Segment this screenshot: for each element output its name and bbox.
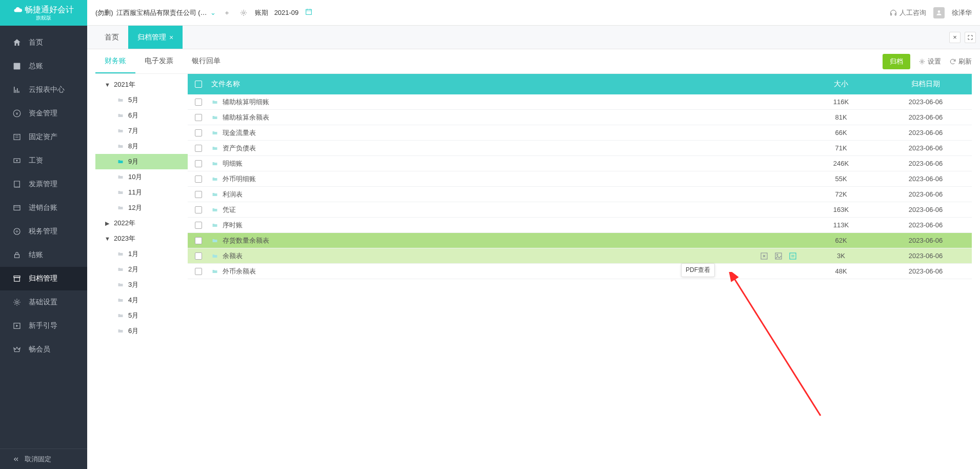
table-row[interactable]: 序时账 113K 2023-06-06 [188,218,972,233]
settings-link[interactable]: 设置 [918,57,941,66]
image-export-icon[interactable] [774,251,783,261]
refresh-link[interactable]: 刷新 [949,57,972,66]
svg-rect-9 [14,278,20,282]
sidebar-item-home[interactable]: 首页 [0,31,87,54]
tree-label: 6月 [128,326,138,336]
row-checkbox[interactable] [195,99,202,106]
tree-month[interactable]: 5月 [95,308,188,323]
help-link[interactable]: 人工咨询 [889,8,926,17]
table-row[interactable]: 资产负债表 71K 2023-06-06 [188,141,972,156]
close-tab-button[interactable]: × [949,32,961,43]
tab-archive[interactable]: 归档管理 × [128,26,183,49]
tree-month[interactable]: 5月 [95,92,188,108]
row-checkbox[interactable] [195,114,202,121]
table-body: 辅助核算明细账 116K 2023-06-06 辅助核算余额表 81K 2023… [188,94,972,279]
sidebar-item-reports[interactable]: 云报表中心 [0,78,87,102]
avatar[interactable] [933,7,945,18]
tree-month[interactable]: 11月 [95,185,188,200]
sidebar-item-ledger[interactable]: 总账 [0,54,87,78]
sidebar-item-archive[interactable]: 归档管理 [0,267,87,290]
row-checkbox[interactable] [195,191,202,198]
file-size: 81K [803,113,879,121]
tree-month[interactable]: 6月 [95,108,188,123]
tree-month[interactable]: 10月 [95,169,188,185]
excel-export-icon[interactable] [759,251,769,261]
sidebar: 畅捷通好会计 旗舰版 首页 总账 云报表中心 ¥资金管理 固定资产 工资 发票管… [0,0,87,469]
row-checkbox[interactable] [195,237,202,244]
sidebar-item-assets[interactable]: 固定资产 [0,125,87,149]
table-row[interactable]: 现金流量表 66K 2023-06-06 [188,125,972,141]
archive-button[interactable]: 归档 [883,54,910,69]
cloud-icon [13,5,23,14]
tree-month[interactable]: 4月 [95,292,188,308]
row-checkbox[interactable] [195,129,202,136]
row-checkbox[interactable] [195,222,202,229]
select-all-checkbox[interactable] [195,81,202,88]
pdf-view-icon[interactable] [788,251,797,261]
table-row[interactable]: 辅助核算余额表 81K 2023-06-06 [188,110,972,125]
subtab-label: 电子发票 [145,56,173,66]
sidebar-item-label: 云报表中心 [29,85,65,94]
row-checkbox[interactable] [195,175,202,183]
period-value[interactable]: 2021-09 [274,9,299,16]
vip-icon [12,345,22,354]
table-row[interactable]: 外币余额表 48K 2023-06-06 [188,264,972,279]
svg-rect-19 [790,253,796,259]
tree-month[interactable]: 7月 [95,123,188,139]
subtab-finance[interactable]: 财务账 [95,49,135,73]
table-row[interactable]: 外币明细账 55K 2023-06-06 [188,171,972,187]
tree-label: 6月 [128,111,138,120]
folder-icon [117,251,124,257]
sidebar-item-salary[interactable]: 工资 [0,149,87,172]
tree-month[interactable]: 8月 [95,139,188,154]
fullscreen-button[interactable] [965,32,976,43]
sidebar-item-member[interactable]: 畅会员 [0,338,87,361]
tree-year-2021[interactable]: ▼2021年 [95,77,188,92]
sidebar-item-guide[interactable]: 新手引导 [0,314,87,338]
sidebar-item-label: 进销台账 [29,203,57,212]
tree-label: 2月 [128,265,138,274]
row-checkbox[interactable] [195,252,202,260]
sidebar-item-funds[interactable]: ¥资金管理 [0,102,87,125]
table-row[interactable]: 利润表 72K 2023-06-06 [188,187,972,202]
sidebar-item-tax[interactable]: 税务管理 [0,220,87,243]
table-row[interactable]: 余额表 3K 2023-06-06 [188,248,972,264]
table-row[interactable]: 辅助核算明细账 116K 2023-06-06 [188,94,972,110]
tree-month[interactable]: 2月 [95,262,188,277]
settings-button[interactable] [238,8,249,18]
sidebar-item-invoice[interactable]: 发票管理 [0,172,87,196]
sidebar-item-label: 工资 [29,156,43,165]
tree-month[interactable]: 12月 [95,200,188,216]
sidebar-unpin[interactable]: 取消固定 [0,448,87,469]
close-icon[interactable]: × [169,33,173,42]
table-row[interactable]: 凭证 163K 2023-06-06 [188,202,972,218]
tree-year-2022[interactable]: ▶2022年 [95,216,188,231]
sidebar-item-settings[interactable]: 基础设置 [0,290,87,314]
tree-label: 4月 [128,296,138,305]
tree-month[interactable]: 1月 [95,246,188,262]
tree-month[interactable]: 6月 [95,323,188,339]
company-select[interactable]: (勿删) 江西服宝精品有限责任公司 (… ⌄ [95,8,216,17]
calendar-icon[interactable] [305,8,313,17]
row-checkbox[interactable] [195,206,202,213]
tree-month-selected[interactable]: 9月 [95,154,188,169]
tree-month[interactable]: 3月 [95,277,188,292]
tab-home[interactable]: 首页 [95,26,128,49]
tab-label: 归档管理 [137,33,166,42]
table-row[interactable]: 存货数量余额表 62K 2023-06-06 [188,233,972,248]
user-name[interactable]: 徐泽华 [952,8,972,17]
link-label: 刷新 [958,57,972,66]
row-checkbox[interactable] [195,160,202,167]
subtab-bank[interactable]: 银行回单 [183,49,230,73]
sidebar-item-label: 固定资产 [29,132,57,142]
row-checkbox[interactable] [195,268,202,275]
add-button[interactable]: ＋ [222,8,232,18]
tree-year-2023[interactable]: ▼2023年 [95,231,188,246]
table-header: 文件名称 大小 归档日期 [188,74,972,94]
file-name: 外币明细账 [223,174,256,184]
subtab-einvoice[interactable]: 电子发票 [135,49,183,73]
table-row[interactable]: 明细账 246K 2023-06-06 [188,156,972,171]
sidebar-item-inventory[interactable]: 进销台账 [0,196,87,220]
row-checkbox[interactable] [195,145,202,152]
sidebar-item-close[interactable]: 结账 [0,243,87,267]
